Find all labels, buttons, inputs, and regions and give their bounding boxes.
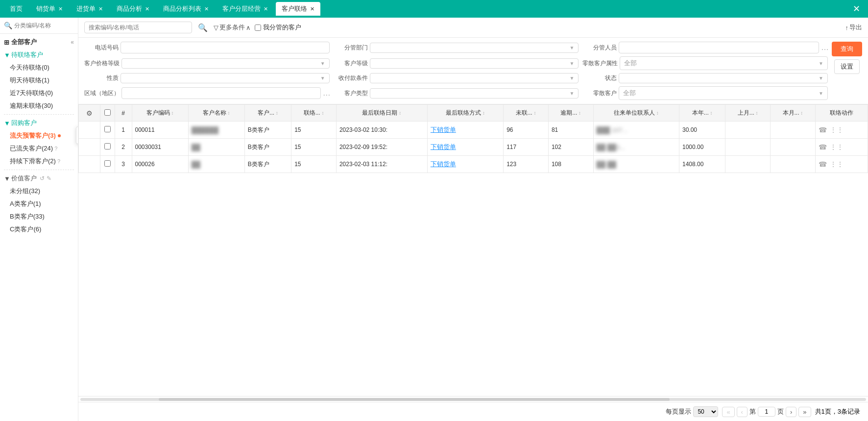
current-page-input[interactable] <box>758 407 775 417</box>
action-more-icon-1[interactable]: ⋮⋮ <box>830 143 844 151</box>
row-last-contact-method-1[interactable]: 下销货单 <box>427 139 503 156</box>
sidebar-item-churn-warning[interactable]: 流失预警客户(3) <box>0 129 78 142</box>
col-this-month-header[interactable]: 本月... <box>771 105 816 122</box>
settings-button[interactable]: 设置 <box>834 59 860 74</box>
help-icon-1: ? <box>54 146 57 151</box>
sidebar-item-persistent-down[interactable]: 持续下滑客户(2) ? <box>0 155 78 168</box>
sidebar-item-tomorrow[interactable]: 明天待联络(1) <box>0 74 78 87</box>
tab-customer-contact-label: 客户联络 <box>282 4 307 13</box>
my-customers-filter[interactable]: 我分管的客户 <box>255 23 301 32</box>
sidebar-search-input[interactable] <box>14 22 78 29</box>
tab-sales-close[interactable]: ✕ <box>58 6 63 12</box>
sidebar-item-today[interactable]: 今天待联络(0) <box>0 61 78 74</box>
tab-customer-tier[interactable]: 客户分层经营 ✕ <box>217 2 274 16</box>
col-unit-contact-header[interactable]: 往来单位联系人 <box>593 105 679 122</box>
status-select[interactable]: ▼ <box>619 73 828 83</box>
contact-method-link-1[interactable]: 下销货单 <box>431 143 456 150</box>
row-checkbox-1[interactable] <box>104 143 111 149</box>
col-checkbox-header <box>100 105 115 122</box>
sidebar-item-unclassified[interactable]: 未分组(32) <box>0 185 78 198</box>
tab-purchase[interactable]: 进货单 ✕ <box>71 2 109 16</box>
horizontal-scrollbar[interactable] <box>78 396 868 402</box>
contact-method-link-2[interactable]: 下销货单 <box>431 160 456 168</box>
col-num-header: # <box>115 105 132 122</box>
col-name-header[interactable]: 客户名称 <box>188 105 244 122</box>
tab-analysis-list-close[interactable]: ✕ <box>204 6 209 12</box>
row-checkbox-0[interactable] <box>104 126 111 132</box>
manager-dots-button[interactable]: … <box>821 43 828 52</box>
sidebar-item-class-b[interactable]: B类客户(33) <box>0 210 78 223</box>
payment-select[interactable]: ▼ <box>370 73 579 83</box>
filter-search-input[interactable] <box>84 22 192 33</box>
price-level-select[interactable]: ▼ <box>121 58 330 69</box>
prev-page-button[interactable]: ‹ <box>737 407 747 417</box>
col-last-month-header[interactable]: 上月... <box>725 105 771 122</box>
filter-manager: 分管人员 … <box>582 42 828 53</box>
action-contact-icon-0[interactable]: ☎ <box>819 126 827 134</box>
nature-select[interactable]: ▼ <box>121 73 330 83</box>
region-dots-button[interactable]: … <box>323 89 330 98</box>
phone-input[interactable] <box>121 42 330 53</box>
tab-analysis-close[interactable]: ✕ <box>145 6 149 12</box>
sidebar-item-class-a[interactable]: A类客户(1) <box>0 198 78 210</box>
page-size-select[interactable]: 50 20 100 200 <box>693 406 718 417</box>
action-contact-icon-2[interactable]: ☎ <box>819 160 827 168</box>
tab-customer-contact-close[interactable]: ✕ <box>310 6 314 12</box>
tab-customer-tier-close[interactable]: ✕ <box>264 6 268 12</box>
tab-analysis[interactable]: 商品分析 ✕ <box>111 2 155 16</box>
department-select[interactable]: ▼ <box>370 43 579 53</box>
action-contact-icon-1[interactable]: ☎ <box>819 143 827 151</box>
row-last-contact-method-0[interactable]: 下销货单 <box>427 122 503 139</box>
region-input[interactable] <box>121 87 321 99</box>
my-customers-checkbox[interactable] <box>255 25 261 31</box>
col-no-contact-header[interactable]: 未联... <box>504 105 549 122</box>
row-checkbox-2[interactable] <box>104 160 111 167</box>
export-button[interactable]: ↑ 导出 <box>845 23 863 32</box>
col-last-contact-method-header[interactable]: 最后联络方式 <box>427 105 503 122</box>
col-type-header[interactable]: 客户... <box>244 105 291 122</box>
tab-home[interactable]: 首页 <box>4 2 28 16</box>
sidebar-group-returning[interactable]: ▼ 回购客户 90天未交易的客户，可能有流失风险。 <box>0 117 78 129</box>
last-page-button[interactable]: » <box>798 407 811 417</box>
next-page-button[interactable]: › <box>786 407 796 417</box>
retail-customer-select[interactable]: 全部 ▼ <box>619 86 828 100</box>
scroll-track[interactable] <box>80 398 866 401</box>
top-navigation: 首页 销货单 ✕ 进货单 ✕ 商品分析 ✕ 商品分析列表 ✕ 客户分层经营 ✕ … <box>0 0 868 18</box>
select-all-checkbox[interactable] <box>104 109 111 116</box>
sidebar-item-class-c[interactable]: C类客户(6) <box>0 223 78 236</box>
filter-search-button[interactable]: 🔍 <box>196 22 210 33</box>
row-checkbox-cell <box>100 122 115 139</box>
sidebar-all-customers[interactable]: ⊞ 全部客户 « <box>0 34 78 49</box>
sidebar-item-already-churned[interactable]: 已流失客户(24) ? <box>0 142 78 155</box>
tab-sales[interactable]: 销货单 ✕ <box>30 2 69 16</box>
contact-method-link-0[interactable]: 下销货单 <box>431 126 456 133</box>
action-more-icon-0[interactable]: ⋮⋮ <box>830 126 844 134</box>
customer-level-select[interactable]: ▼ <box>370 58 579 69</box>
window-close-button[interactable]: ✕ <box>849 3 864 14</box>
customer-type-select[interactable]: ▼ <box>370 88 579 99</box>
sidebar-group-value-customers[interactable]: ▼ 价值客户 ↺ ✎ <box>0 172 78 185</box>
sidebar-item-week[interactable]: 近7天待联络(0) <box>0 87 78 99</box>
export-label: 导出 <box>849 23 862 32</box>
col-overdue-header[interactable]: 逾期... <box>548 105 593 122</box>
tab-customer-contact[interactable]: 客户联络 ✕ <box>276 2 320 16</box>
sidebar-collapse-button[interactable]: « <box>71 39 74 46</box>
first-page-button[interactable]: « <box>722 407 734 417</box>
query-button[interactable]: 查询 <box>832 42 862 56</box>
row-last-contact-method-2[interactable]: 下销货单 <box>427 156 503 173</box>
sidebar-item-overdue[interactable]: 逾期未联络(30) <box>0 99 78 112</box>
filter-more-conditions-button[interactable]: ▽ 更多条件 ∧ <box>214 23 251 32</box>
tab-analysis-list[interactable]: 商品分析列表 ✕ <box>157 2 215 16</box>
column-settings-button[interactable]: ⚙ <box>86 109 93 117</box>
scroll-thumb[interactable] <box>159 398 670 401</box>
row-last-contact-date-2: 2023-02-03 11:12: <box>336 156 427 173</box>
retail-attr-select[interactable]: 全部 ▼ <box>620 56 828 70</box>
col-last-contact-date-header[interactable]: 最后联络日期 <box>336 105 427 122</box>
col-code-header[interactable]: 客户编码 <box>132 105 188 122</box>
col-this-year-header[interactable]: 本年... <box>679 105 725 122</box>
col-contact-header[interactable]: 联络... <box>291 105 337 122</box>
action-more-icon-2[interactable]: ⋮⋮ <box>830 160 844 168</box>
sidebar-group-pending-contact[interactable]: ▼ 待联络客户 <box>0 49 78 61</box>
tab-purchase-close[interactable]: ✕ <box>98 6 103 12</box>
manager-input[interactable] <box>619 42 819 53</box>
